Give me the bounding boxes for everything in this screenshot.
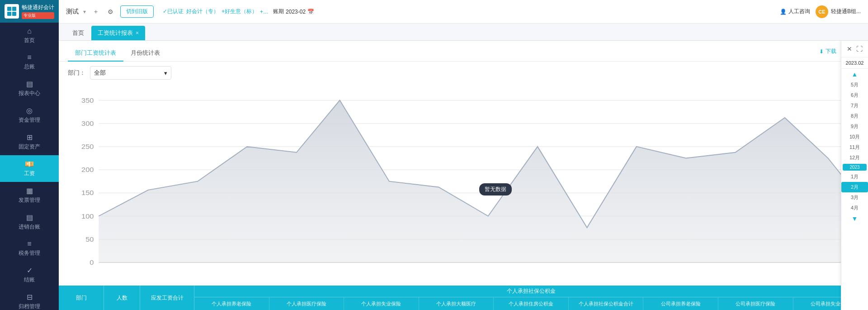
svg-text:350: 350 (81, 96, 94, 104)
ledger-icon: ≡ (27, 53, 31, 62)
panel-year-2023: 2023 (843, 164, 867, 171)
panel-month-3[interactable]: 3月 (841, 192, 868, 203)
sub-tab-dept[interactable]: 部门工资统计表 (68, 45, 123, 62)
col-company-pension: 公司承担养老保险 (643, 297, 718, 310)
topbar-period: 账期 2023-02 📅 (273, 8, 314, 15)
sidebar-item-home[interactable]: ⌂ 首页 (0, 23, 59, 49)
col-personal-unemployment: 个人承担失业保险 (344, 297, 419, 310)
topbar-status: ✓已认证 好会计（专） +好生意（标） +… (163, 8, 269, 15)
svg-rect-1 (12, 7, 16, 11)
sidebar-item-label: 首页 (24, 37, 35, 44)
payroll-icon: 💴 (25, 160, 34, 168)
sub-tab-monthly[interactable]: 月份统计表 (123, 45, 167, 62)
svg-rect-0 (7, 7, 11, 11)
help-button[interactable]: 👤 人工咨询 (780, 8, 810, 15)
panel-month-11[interactable]: 11月 (841, 142, 868, 153)
calendar-icon[interactable]: 📅 (307, 9, 314, 15)
panel-scroll-up-icon[interactable]: ▲ (850, 69, 860, 80)
svg-text:50: 50 (85, 235, 94, 243)
svg-rect-3 (12, 12, 16, 16)
chart-container: 350 300 250 200 150 100 50 0 (68, 89, 859, 286)
col-personal-pension: 个人承担养老保险 (194, 297, 269, 310)
sidebar-logo: 畅捷通好会计 专业版 (0, 0, 59, 23)
topbar: 测试 ▾ ＋ ⚙ 切到旧版 ✓已认证 好会计（专） +好生意（标） +… 账期 … (59, 0, 868, 24)
download-btn[interactable]: ⬇ 下载 (819, 48, 836, 55)
main-content: 测试 ▾ ＋ ⚙ 切到旧版 ✓已认证 好会计（专） +好生意（标） +… 账期 … (59, 0, 868, 310)
sidebar-item-invoice[interactable]: ▦ 发票管理 (0, 182, 59, 209)
closing-icon: ✓ (27, 266, 33, 275)
logo-text: 畅捷通好会计 (22, 4, 54, 11)
panel-scroll-down-icon[interactable]: ▼ (850, 213, 860, 224)
sidebar-item-label: 工资 (24, 170, 35, 177)
col-personal-medical: 个人承担医疗保险 (269, 297, 344, 310)
sidebar-item-finance[interactable]: ◎ 资金管理 (0, 102, 59, 129)
panel-month-6[interactable]: 6月 (841, 90, 868, 100)
panel-month-9[interactable]: 9月 (841, 121, 868, 132)
sidebar-item-closing[interactable]: ✓ 结账 (0, 262, 59, 288)
certified-tag: ✓已认证 (163, 8, 184, 15)
sidebar-item-label: 报表中心 (19, 90, 40, 97)
product-tag1: 好会计（专） (186, 8, 219, 15)
sidebar-item-label: 资金管理 (19, 116, 40, 124)
panel-month-8[interactable]: 8月 (841, 111, 868, 121)
logo-icon (5, 4, 19, 19)
tab-label: 工资统计报表 (98, 29, 133, 37)
dept-filter-value: 全部 (94, 69, 106, 77)
topbar-actions: ＋ ⚙ (90, 6, 116, 17)
svg-text:0: 0 (90, 258, 94, 266)
dept-filter-select[interactable]: 全部 ▾ (90, 66, 171, 80)
sidebar-item-ledger[interactable]: ≡ 总账 (0, 49, 59, 75)
sidebar-item-label: 结账 (24, 276, 35, 284)
assets-icon: ⊞ (27, 133, 33, 142)
avatar-initials: CE (818, 9, 825, 14)
topbar-title: 测试 (66, 8, 79, 16)
period-label: 账期 (273, 8, 284, 15)
svg-text:100: 100 (81, 212, 94, 219)
panel-close-icon[interactable]: ✕ (845, 44, 854, 53)
panel-date: 2023.02 (841, 57, 868, 69)
avatar: CE (816, 5, 828, 18)
svg-text:250: 250 (81, 143, 94, 150)
panel-month-4[interactable]: 4月 (841, 203, 868, 213)
topbar-right: 👤 人工咨询 CE 轻捷通B组... (780, 5, 861, 18)
finance-icon: ◎ (26, 106, 33, 115)
sidebar-item-reports[interactable]: ▤ 报表中心 (0, 75, 59, 102)
panel-month-5[interactable]: 5月 (841, 80, 868, 90)
col-personal-total: 个人承担社保公积金合计 (569, 297, 644, 310)
svg-text:200: 200 (81, 166, 94, 173)
chart-svg: 350 300 250 200 150 100 50 0 (68, 89, 859, 286)
sidebar-item-assets[interactable]: ⊞ 固定资产 (0, 129, 59, 155)
filter-row: 部门： 全部 ▾ (59, 62, 868, 84)
sidebar-item-tax[interactable]: ≡ 税务管理 (0, 235, 59, 262)
panel-expand-icon[interactable]: ⛶ (854, 44, 864, 53)
add-button[interactable]: ＋ (90, 6, 101, 17)
panel-month-12[interactable]: 12月 (841, 153, 868, 163)
sidebar-item-payroll[interactable]: 💴 工资 (0, 155, 59, 182)
sidebar-item-label: 固定资产 (19, 143, 40, 151)
sidebar-item-label: 发票管理 (19, 196, 40, 204)
sidebar: 畅捷通好会计 专业版 ⌂ 首页 ≡ 总账 ▤ 报表中心 ◎ 资金管理 ⊞ 固定资… (0, 0, 59, 310)
close-tab-icon[interactable]: × (136, 30, 139, 36)
sidebar-item-archive[interactable]: ⊟ 归档管理 (0, 288, 59, 310)
panel-month-1[interactable]: 1月 (841, 172, 868, 182)
sidebar-item-label: 税务管理 (19, 249, 40, 257)
tab-payroll-report[interactable]: 工资统计报表 × (91, 26, 145, 40)
chart-area-fill (99, 100, 846, 262)
period-value: 2023-02 (286, 9, 306, 15)
settings-button[interactable]: ⚙ (105, 6, 116, 17)
tab-home[interactable]: 首页 (66, 26, 90, 40)
help-icon: 👤 (780, 9, 787, 15)
panel-month-2-active[interactable]: 2月 (841, 182, 868, 192)
topbar-dropdown-arrow[interactable]: ▾ (83, 9, 86, 15)
col-group-personal-insurance: 个人承担社保公积金 个人承担养老保险 个人承担医疗保险 个人承担失业保险 个人承… (194, 286, 868, 310)
switch-to-old-btn[interactable]: 切到旧版 (120, 5, 154, 18)
panel-month-7[interactable]: 7月 (841, 100, 868, 111)
home-icon: ⌂ (27, 27, 32, 35)
sidebar-item-label: 归档管理 (19, 303, 40, 310)
sidebar-item-sales[interactable]: ▤ 进销台账 (0, 209, 59, 235)
user-menu[interactable]: CE 轻捷通B组... (816, 5, 861, 18)
table-header: 部门 人数 应发工资合计 个人承担社保公积金 个人承担养老保险 个人承担医疗保险… (59, 286, 868, 310)
panel-header: ✕ ⛶ (841, 41, 868, 57)
content-tabs: 首页 工资统计报表 × (59, 24, 868, 41)
panel-month-10[interactable]: 10月 (841, 132, 868, 142)
